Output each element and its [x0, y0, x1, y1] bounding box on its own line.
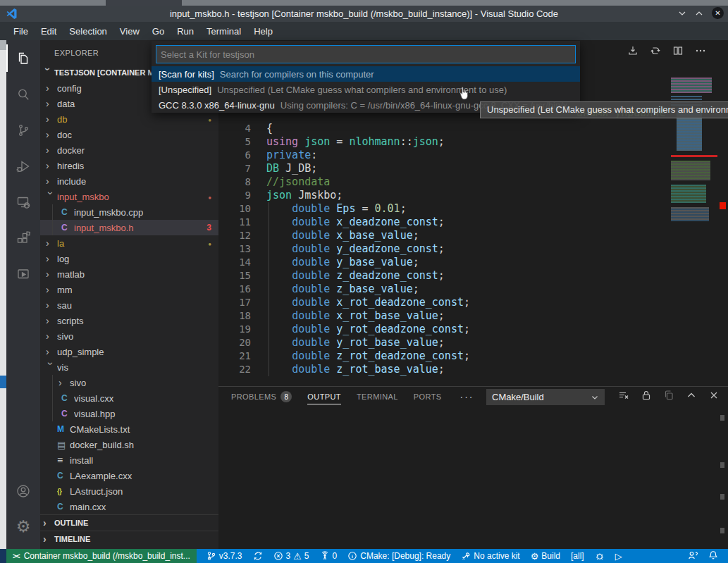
tree-item[interactable]: docker — [40, 142, 218, 158]
menu-item[interactable]: Edit — [35, 22, 63, 40]
feedback-icon[interactable] — [688, 550, 698, 562]
tree-item[interactable]: LAexample.cxx — [40, 468, 218, 483]
account-icon[interactable] — [6, 473, 40, 509]
tree-item[interactable]: LAstruct.json — [40, 483, 218, 499]
tree-item[interactable]: sivo — [40, 328, 218, 344]
tree-item[interactable]: include — [40, 173, 218, 189]
panel-tab[interactable]: PORTS — [414, 387, 442, 407]
error-count: 3 — [286, 551, 291, 561]
tree-item[interactable]: udp_simple — [40, 344, 218, 359]
download-icon[interactable] — [627, 45, 638, 59]
build-button[interactable]: ⚙ Build — [528, 551, 563, 561]
tree-item-label: include — [57, 176, 218, 187]
tree-item[interactable]: CMakeLists.txt — [40, 421, 218, 437]
more-tabs-icon[interactable]: ··· — [460, 391, 474, 402]
window-title: input_mskbo.h - testjson [Container mskb… — [0, 8, 728, 19]
copy-icon[interactable] — [663, 390, 674, 404]
quickpick-input[interactable] — [156, 45, 576, 63]
statusbar-edge — [0, 549, 6, 563]
panel-preview-icon[interactable] — [6, 256, 40, 292]
ports-status[interactable]: 0 — [317, 551, 340, 561]
panel-tab[interactable]: OUTPUT — [307, 387, 341, 407]
outline-section-header[interactable]: OUTLINE — [40, 514, 218, 531]
tree-item[interactable]: db — [40, 111, 218, 127]
tree-item[interactable]: scripts — [40, 313, 218, 328]
compare-changes-icon[interactable] — [650, 45, 661, 59]
close-button[interactable]: ✕ — [712, 7, 724, 19]
tree-item[interactable]: matlab — [40, 266, 218, 282]
chevron-icon — [46, 130, 57, 140]
code-text: double z_base_value; — [266, 283, 419, 296]
tree-item[interactable]: install — [40, 452, 218, 468]
run-debug-icon[interactable] — [6, 148, 40, 184]
tree-item[interactable]: hiredis — [40, 158, 218, 173]
sync-status[interactable] — [250, 551, 266, 561]
lock-scroll-icon[interactable] — [641, 390, 652, 404]
menu-item[interactable]: View — [113, 22, 146, 40]
menu-item[interactable]: File — [7, 22, 35, 40]
maximize-panel-icon[interactable] — [686, 390, 697, 404]
remote-indicator[interactable]: >< Container mskbo_build (/mskbo_build_i… — [6, 549, 197, 563]
tree-item-label: doc — [57, 130, 218, 140]
output-channel-select[interactable]: CMake/Build — [486, 389, 605, 405]
panel-tab[interactable]: TERMINAL — [357, 387, 398, 407]
tree-item-label: input_mskbo.h — [74, 223, 206, 233]
cmake-status[interactable]: CMake: [Debug]: Ready — [345, 551, 453, 561]
tree-item[interactable]: log — [40, 251, 218, 266]
tree-item[interactable]: mm — [40, 282, 218, 297]
problems-status[interactable]: 3 ⚠ 5 — [271, 551, 312, 561]
code-text: double x_rot_base_value; — [266, 309, 445, 323]
close-panel-icon[interactable] — [708, 390, 720, 404]
tree-item[interactable]: doc — [40, 127, 218, 142]
quickpick-item[interactable]: [Scan for kits] Search for compilers on … — [152, 66, 580, 82]
tree-item[interactable]: sau — [40, 297, 218, 313]
panel-scrollbar-mark — [720, 528, 724, 533]
search-icon[interactable] — [6, 76, 40, 112]
quickpick-item[interactable]: [Unspecified] Unspecified (Let CMake gue… — [152, 82, 580, 97]
settings-gear-icon[interactable]: ⚙ — [6, 509, 40, 545]
notifications-bell-icon[interactable] — [708, 550, 718, 562]
output-log[interactable]: [build] /home/testjson/db/db.cpp: In mem… — [233, 410, 726, 563]
minimize-button[interactable] — [678, 9, 686, 18]
more-actions-icon[interactable] — [695, 45, 706, 59]
tree-item[interactable]: docker_build.sh — [40, 437, 218, 452]
debug-target-button[interactable] — [592, 551, 607, 561]
clear-output-icon[interactable] — [618, 390, 629, 404]
explorer-icon[interactable] — [6, 40, 40, 76]
tree-item[interactable]: visual.cxx — [40, 390, 218, 406]
menubar: FileEditSelectionViewGoRunTerminalHelp — [0, 22, 728, 40]
launch-target-button[interactable]: ▷ — [612, 552, 625, 561]
timeline-section-header[interactable]: TIMELINE — [40, 531, 218, 547]
kit-status[interactable]: No active kit — [458, 551, 522, 561]
build-target[interactable]: [all] — [568, 551, 587, 561]
tree-item[interactable]: input_mskbo.cpp — [40, 204, 218, 220]
code-line: 18 double x_rot_base_value; — [218, 309, 684, 323]
code-line: 14 double y_base_value; — [218, 256, 684, 269]
tree-item[interactable]: visual.hpp — [40, 406, 218, 421]
quickpick-item-description: Unspecified (Let CMake guess what compil… — [217, 85, 573, 95]
remote-explorer-icon[interactable] — [6, 184, 40, 220]
source-control-icon[interactable] — [6, 112, 40, 148]
extensions-icon[interactable] — [6, 220, 40, 256]
menu-item[interactable]: Selection — [63, 22, 113, 40]
tree-item[interactable]: input_mskbo — [40, 189, 218, 204]
tree-item[interactable]: sivo — [40, 375, 218, 390]
tools-icon — [461, 551, 471, 561]
tree-item[interactable]: main.cxx — [40, 499, 218, 514]
tree-item[interactable]: vis — [40, 359, 218, 375]
split-editor-icon[interactable] — [672, 45, 684, 59]
chevron-icon — [46, 362, 56, 373]
menu-item[interactable]: Help — [247, 22, 279, 40]
tree-item[interactable]: input_mskbo.h 3 — [40, 220, 218, 235]
error-icon — [273, 551, 283, 561]
line-number: 11 — [218, 216, 251, 229]
menu-item[interactable]: Terminal — [200, 22, 247, 40]
maximize-button[interactable] — [695, 9, 703, 18]
menu-item[interactable]: Go — [146, 22, 171, 40]
git-branch-status[interactable]: v3.7.3 — [204, 551, 245, 561]
panel-tab[interactable]: PROBLEMS 8 — [231, 387, 292, 407]
tree-item[interactable]: la — [40, 235, 218, 251]
code-view[interactable]: 4 { 5 using json = nlohmann::json; 6 pri… — [218, 122, 684, 376]
menu-item[interactable]: Run — [171, 22, 200, 40]
tree-item-badge: 3 — [206, 223, 211, 233]
